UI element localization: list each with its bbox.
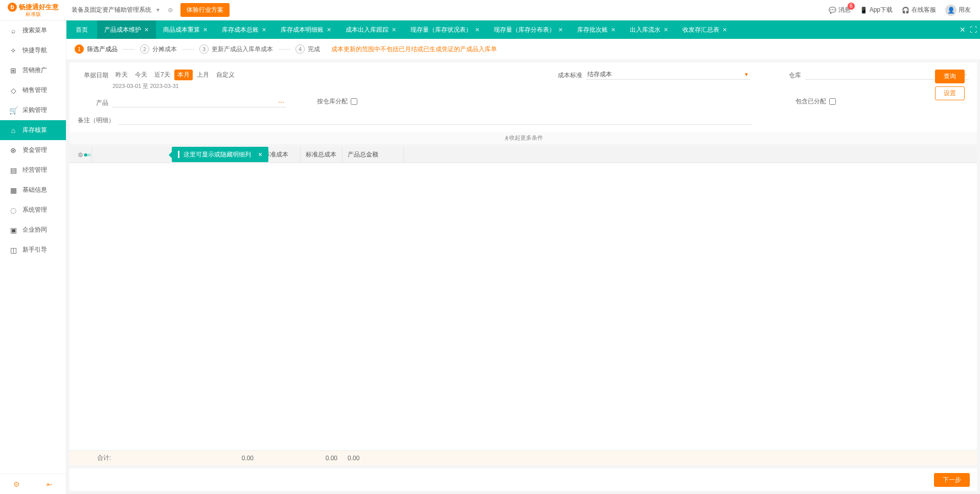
- more-icon[interactable]: ⋯: [278, 99, 285, 106]
- remark-input[interactable]: [119, 115, 753, 125]
- date-range-option[interactable]: 今天: [132, 70, 150, 80]
- close-icon[interactable]: ×: [258, 150, 262, 159]
- remark-label: 备注（明细）: [78, 115, 115, 125]
- system-selector[interactable]: 装备及固定资产辅助管理系统 ▼ ⚙: [72, 6, 173, 14]
- product-input[interactable]: ⋯: [112, 97, 286, 107]
- chevron-down-icon: ▼: [744, 72, 749, 77]
- tab-1[interactable]: 产品成本维护✕: [97, 20, 156, 39]
- sidebar-item-4[interactable]: 🛒采购管理: [0, 100, 66, 120]
- sidebar-item-11[interactable]: ◫新手引导: [0, 240, 66, 260]
- table-footer: 合计: 0.00 0.00 0.00: [70, 450, 977, 465]
- column-header-amt: 产品总金额: [343, 147, 404, 163]
- tab-10[interactable]: 收发存汇总表✕: [675, 20, 734, 39]
- tab-0[interactable]: 首页: [66, 20, 97, 39]
- warehouse-label: 仓库: [770, 70, 801, 80]
- sidebar-icon: ▣: [9, 226, 17, 234]
- sidebar-item-7[interactable]: ▤经营管理: [0, 160, 66, 180]
- cost-std-select[interactable]: 结存成本 ▼: [586, 70, 750, 80]
- close-icon[interactable]: ✕: [327, 27, 331, 33]
- sidebar-item-9[interactable]: ◌系统管理: [0, 200, 66, 220]
- plan-button[interactable]: 体验行业方案: [180, 3, 230, 17]
- tab-3[interactable]: 库存成本总账✕: [215, 20, 274, 39]
- chevron-down-icon: ▼: [155, 7, 161, 13]
- sidebar-item-8[interactable]: ▦基础信息: [0, 180, 66, 200]
- sidebar-icon: ⌕: [9, 27, 17, 35]
- table-body: [70, 163, 977, 450]
- sidebar-item-6[interactable]: ⊛资金管理: [0, 140, 66, 160]
- product-label: 产品: [78, 97, 108, 107]
- sidebar-icon: ⊛: [9, 146, 17, 154]
- tab-7[interactable]: 现存量（库存分布表）✕: [487, 20, 570, 39]
- user-menu[interactable]: 👤 用友: [945, 5, 971, 16]
- step-4: 4完成: [295, 44, 320, 54]
- logo-icon: b: [8, 3, 17, 12]
- date-range-option[interactable]: 近7天: [151, 70, 173, 80]
- tab-5[interactable]: 成本出入库跟踪✕: [338, 20, 403, 39]
- date-range: 2023-03-01 至 2023-03-31: [112, 82, 238, 90]
- column-tooltip: 这里可显示或隐藏明细列 ×: [172, 147, 268, 162]
- gear-icon: ⚙: [78, 151, 83, 159]
- close-icon[interactable]: ✕: [262, 27, 266, 33]
- date-range-option[interactable]: 自定义: [213, 70, 238, 80]
- chat-icon: 💬: [829, 7, 836, 14]
- app-download-button[interactable]: 📱 App下载: [860, 6, 893, 14]
- date-label: 单据日期: [78, 70, 108, 80]
- close-icon[interactable]: ✕: [144, 27, 149, 33]
- tab-9[interactable]: 出入库流水✕: [623, 20, 675, 39]
- close-icon[interactable]: ✕: [722, 27, 727, 33]
- sidebar-item-3[interactable]: ◇销售管理: [0, 80, 66, 100]
- column-settings-button[interactable]: ⚙: [70, 147, 92, 163]
- collapse-sidebar-icon[interactable]: ⇤: [47, 480, 53, 488]
- sidebar-item-5[interactable]: ⌂库存核算: [0, 120, 66, 140]
- date-range-option[interactable]: 本月: [174, 70, 193, 80]
- tab-4[interactable]: 库存成本明细账✕: [274, 20, 338, 39]
- sidebar-item-1[interactable]: ✧快捷导航: [0, 40, 66, 60]
- support-button[interactable]: 🎧 在线客服: [902, 6, 936, 14]
- sidebar-icon: 🛒: [9, 106, 17, 115]
- sidebar-icon: ◇: [9, 86, 17, 95]
- next-button[interactable]: 下一步: [934, 473, 970, 487]
- sidebar-item-10[interactable]: ▣企业协同: [0, 220, 66, 240]
- close-icon[interactable]: ✕: [558, 27, 563, 33]
- close-icon[interactable]: ✕: [664, 27, 668, 33]
- settings-button[interactable]: 设置: [935, 86, 965, 100]
- gear-icon[interactable]: ⚙: [168, 7, 173, 14]
- svg-point-1: [84, 153, 87, 156]
- fullscreen-icon[interactable]: ⛶: [970, 26, 977, 34]
- app-header: b 畅捷通好生意 标准版 装备及固定资产辅助管理系统 ▼ ⚙ 体验行业方案 💬 …: [0, 0, 980, 20]
- step-1: 1筛选产成品: [75, 44, 118, 54]
- tab-6[interactable]: 现存量（库存状况表）✕: [403, 20, 487, 39]
- close-icon[interactable]: ✕: [392, 27, 396, 33]
- by-warehouse-checkbox[interactable]: [351, 98, 357, 105]
- sidebar-icon: ⊞: [9, 66, 17, 75]
- date-range-option[interactable]: 昨天: [112, 70, 131, 80]
- headset-icon: 🎧: [902, 7, 909, 14]
- settings-icon[interactable]: ⚙: [13, 480, 20, 488]
- sidebar-item-2[interactable]: ⊞营销推广: [0, 60, 66, 80]
- close-all-tabs-icon[interactable]: ✕: [960, 26, 966, 34]
- message-badge: 6: [848, 3, 855, 10]
- tab-2[interactable]: 商品成本重算✕: [156, 20, 215, 39]
- toggle-filters-button[interactable]: 收起更多条件: [70, 132, 977, 144]
- phone-icon: 📱: [860, 7, 868, 14]
- sidebar-icon: ◌: [9, 206, 17, 214]
- include-assigned-label: 包含已分配: [795, 97, 826, 106]
- step-3: 3更新产成品入库单成本: [199, 44, 273, 54]
- close-icon[interactable]: ✕: [475, 27, 480, 33]
- column-header-stdt: 标准总成本: [301, 147, 343, 163]
- tab-8[interactable]: 库存批次账✕: [570, 20, 623, 39]
- include-assigned-checkbox[interactable]: [829, 98, 836, 105]
- sidebar-icon: ◫: [9, 246, 17, 254]
- sidebar: ⌕搜索菜单✧快捷导航⊞营销推广◇销售管理🛒采购管理⌂库存核算⊛资金管理▤经营管理…: [0, 20, 66, 494]
- sidebar-item-0[interactable]: ⌕搜索菜单: [0, 20, 66, 40]
- toggle-icon[interactable]: [84, 151, 91, 159]
- messages-button[interactable]: 💬 消息 6: [829, 6, 851, 14]
- close-icon[interactable]: ✕: [611, 27, 616, 33]
- search-button[interactable]: 查询: [935, 70, 965, 83]
- cost-std-label: 成本标准: [552, 70, 582, 80]
- close-icon[interactable]: ✕: [203, 27, 208, 33]
- date-range-option[interactable]: 上月: [194, 70, 212, 80]
- sidebar-icon: ✧: [9, 47, 17, 55]
- sidebar-icon: ▤: [9, 166, 17, 174]
- sidebar-icon: ▦: [9, 186, 17, 194]
